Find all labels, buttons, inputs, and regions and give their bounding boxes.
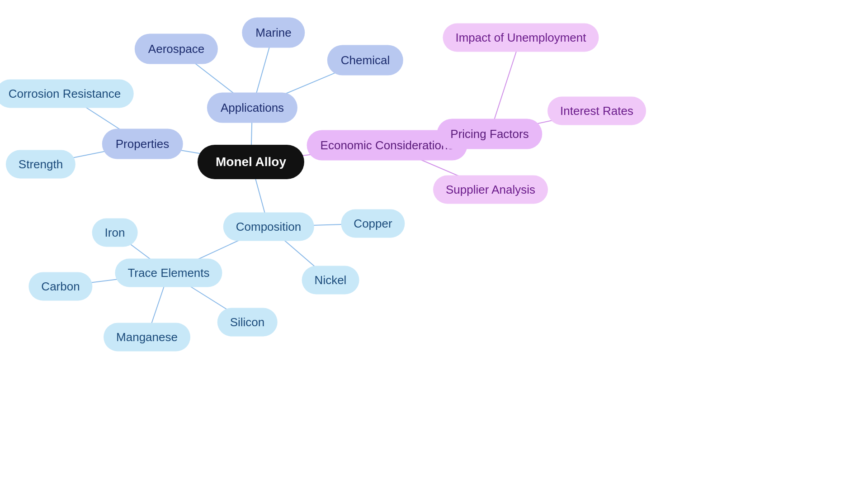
center-node: Monel Alloy	[198, 145, 304, 179]
node-aerospace: Aerospace	[135, 34, 218, 64]
node-applications: Applications	[207, 93, 297, 123]
node-manganese: Manganese	[104, 323, 190, 352]
node-interest: Interest Rates	[547, 97, 646, 125]
node-composition: Composition	[223, 213, 314, 241]
node-unemployment: Impact of Unemployment	[443, 24, 599, 52]
node-properties: Properties	[102, 129, 183, 159]
node-copper: Copper	[341, 209, 405, 238]
node-pricing: Pricing Factors	[437, 119, 542, 149]
node-nickel: Nickel	[302, 266, 359, 295]
node-iron: Iron	[92, 219, 138, 247]
node-corrosion: Corrosion Resistance	[0, 80, 133, 108]
node-strength: Strength	[6, 150, 75, 179]
node-marine: Marine	[242, 18, 305, 48]
node-supplier: Supplier Analysis	[433, 176, 548, 204]
node-silicon: Silicon	[217, 308, 278, 337]
node-chemical: Chemical	[327, 45, 403, 76]
node-trace: Trace Elements	[115, 259, 222, 287]
node-carbon: Carbon	[28, 272, 92, 301]
